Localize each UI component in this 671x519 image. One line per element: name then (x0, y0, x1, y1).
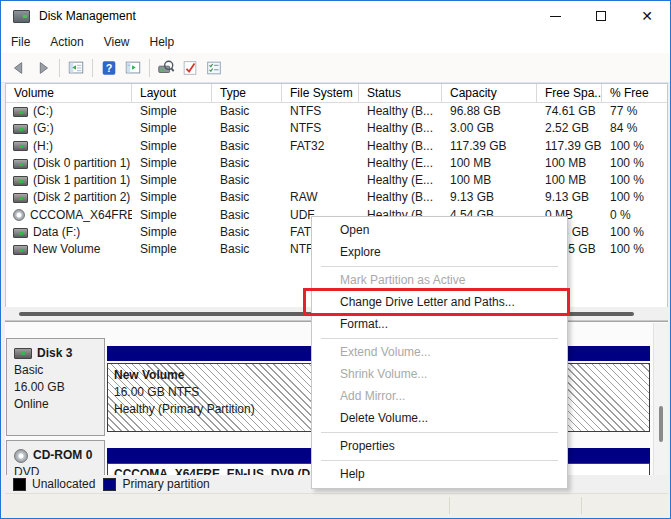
cdrom0-name: CD-ROM 0 (33, 447, 92, 464)
status-cell: Healthy (B... (359, 138, 442, 155)
layout-cell: Simple (132, 224, 212, 241)
app-icon (13, 10, 30, 23)
type-cell: Basic (212, 103, 282, 120)
status-bar-divider (449, 497, 450, 514)
column-header-status[interactable]: Status (359, 84, 442, 102)
legend-primary-partition-label: Primary partition (122, 477, 209, 491)
type-cell: Basic (212, 241, 282, 258)
checklist-button[interactable] (202, 56, 226, 80)
drive-icon (13, 228, 28, 238)
cdrom0-info-panel[interactable]: CD-ROM 0 DVD (6, 440, 105, 475)
volume-row[interactable]: (G:)SimpleBasicNTFSHealthy (B...3.00 GB2… (6, 120, 667, 137)
show-action-pane-button[interactable] (121, 56, 145, 80)
disk3-size: 16.00 GB (14, 379, 104, 396)
close-icon: ✕ (641, 9, 653, 23)
cd-icon (14, 449, 28, 463)
volume-name: (C:) (33, 103, 53, 120)
column-header-file-system[interactable]: File System (282, 84, 359, 102)
status-cell: Healthy (E... (359, 155, 442, 172)
back-button[interactable] (7, 56, 31, 80)
volume-name: (Disk 2 partition 2) (33, 189, 130, 206)
vertical-scrollbar[interactable] (653, 323, 668, 475)
disk3-info-panel[interactable]: Disk 3 Basic 16.00 GB Online (6, 338, 105, 436)
free-space-cell: 74.61 GB (537, 103, 602, 120)
column-header-volume[interactable]: Volume (6, 84, 132, 102)
column-header-type[interactable]: Type (212, 84, 282, 102)
drive-icon (13, 176, 28, 186)
type-cell: Basic (212, 172, 282, 189)
column-header-layout[interactable]: Layout (132, 84, 212, 102)
pct-free-cell: 77 % (602, 103, 667, 120)
capacity-cell: 96.88 GB (442, 103, 537, 120)
menu-item-format[interactable]: Format... (312, 313, 567, 335)
svg-text:?: ? (106, 61, 113, 73)
layout-cell: Simple (132, 155, 212, 172)
maximize-button[interactable] (578, 1, 624, 31)
menu-item-explore[interactable]: Explore (312, 241, 567, 263)
pct-free-cell: 100 % (602, 172, 667, 189)
menu-item-open[interactable]: Open (312, 219, 567, 241)
volume-name: (Disk 1 partition 1) (33, 172, 130, 189)
drive-icon (13, 159, 28, 169)
menu-item-properties[interactable]: Properties (312, 435, 567, 457)
column-header-pct-free[interactable]: % Free (602, 84, 667, 102)
volume-row[interactable]: (Disk 0 partition 1)SimpleBasicHealthy (… (6, 155, 667, 172)
disk-management-window: Disk Management ✕ File Action View Help (0, 0, 671, 519)
menu-help[interactable]: Help (150, 35, 185, 49)
menu-view[interactable]: View (104, 35, 140, 49)
status-bar (5, 493, 668, 517)
pct-free-cell: 100 % (602, 241, 667, 258)
show-console-tree-button[interactable] (64, 56, 88, 80)
minimize-button[interactable] (532, 1, 578, 31)
file-system-cell (282, 172, 359, 189)
help-button[interactable]: ? (97, 56, 121, 80)
cdrom0-type: DVD (14, 464, 104, 475)
menu-separator (321, 338, 558, 339)
unallocated-swatch (13, 478, 26, 491)
status-cell: Healthy (B... (359, 103, 442, 120)
menu-item-extend-volume: Extend Volume... (312, 341, 567, 363)
volume-cell: (H:) (6, 138, 132, 155)
menubar: File Action View Help (1, 31, 670, 53)
volume-row[interactable]: (H:)SimpleBasicFAT32Healthy (B...117.39 … (6, 138, 667, 155)
drive-icon (13, 107, 28, 117)
column-header-free-space[interactable]: Free Spa... (537, 84, 602, 102)
file-system-cell (282, 155, 359, 172)
disk-view-button[interactable] (154, 56, 178, 80)
menu-separator (321, 266, 558, 267)
volume-row[interactable]: (Disk 1 partition 1)SimpleBasicHealthy (… (6, 172, 667, 189)
file-system-cell: RAW (282, 189, 359, 206)
menu-file[interactable]: File (11, 35, 40, 49)
menu-item-change-drive-letter-and-paths[interactable]: Change Drive Letter and Paths... (312, 291, 567, 313)
menu-item-delete-volume[interactable]: Delete Volume... (312, 407, 567, 429)
free-space-cell: 2.52 GB (537, 120, 602, 137)
disk-icon (14, 348, 32, 359)
drive-icon (13, 193, 28, 203)
column-header-capacity[interactable]: Capacity (442, 84, 537, 102)
forward-icon (34, 59, 52, 77)
status-cell: Healthy (B... (359, 120, 442, 137)
menu-action[interactable]: Action (50, 35, 93, 49)
layout-cell: Simple (132, 103, 212, 120)
capacity-cell: 3.00 GB (442, 120, 537, 137)
disk-view-icon (157, 59, 175, 77)
volume-row[interactable]: (Disk 2 partition 2)SimpleBasicRAWHealth… (6, 189, 667, 206)
menu-item-shrink-volume: Shrink Volume... (312, 363, 567, 385)
menu-separator (321, 432, 558, 433)
menu-item-help[interactable]: Help (312, 463, 567, 485)
vertical-scrollbar-thumb[interactable] (659, 406, 663, 442)
file-system-cell: NTFS (282, 120, 359, 137)
volume-cell: New Volume (6, 241, 132, 258)
checklist-icon (205, 59, 223, 77)
volume-row[interactable]: (C:)SimpleBasicNTFSHealthy (B...96.88 GB… (6, 103, 667, 120)
primary-partition-swatch (103, 478, 116, 491)
window-title: Disk Management (39, 9, 136, 23)
file-system-cell: NTFS (282, 103, 359, 120)
forward-button[interactable] (31, 56, 55, 80)
menu-separator (321, 460, 558, 461)
pct-free-cell: 0 % (602, 207, 667, 224)
status-cell: Healthy (E... (359, 172, 442, 189)
red-check-button[interactable] (178, 56, 202, 80)
capacity-cell: 9.13 GB (442, 189, 537, 206)
close-button[interactable]: ✕ (624, 1, 670, 31)
